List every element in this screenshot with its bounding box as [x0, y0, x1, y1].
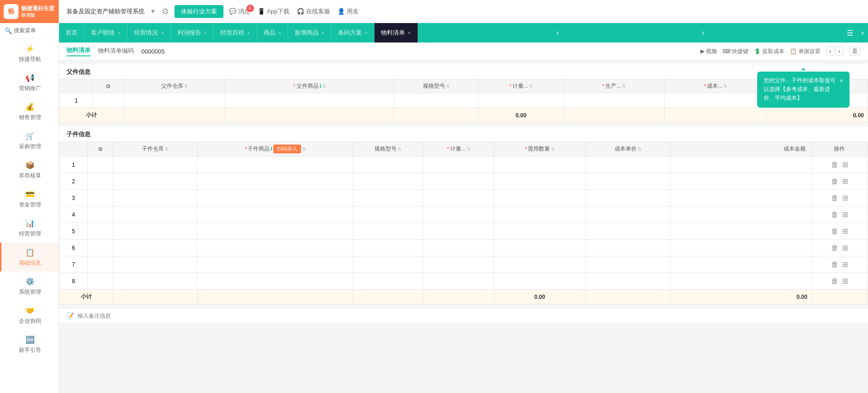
child-row-1-unit-cost[interactable] — [585, 157, 670, 173]
copy-row-8-button[interactable]: ⊞ — [841, 276, 849, 286]
copy-row-6-button[interactable]: ⊞ — [841, 242, 849, 253]
notes-input[interactable] — [78, 313, 861, 319]
dropdown-arrow[interactable]: ▼ — [150, 8, 156, 15]
parent-row-unit[interactable] — [479, 93, 563, 108]
tab-bom[interactable]: 物料清单 × — [374, 23, 417, 42]
sidebar-item-operation[interactable]: 📊 经营管理 — [0, 213, 59, 242]
tab-goods[interactable]: 商品 × — [257, 23, 288, 42]
parent-row-cost[interactable] — [665, 93, 766, 108]
child-row-1-qty[interactable] — [494, 157, 586, 173]
parent-row-spec[interactable] — [394, 93, 479, 108]
tab-operation-status-close[interactable]: × — [161, 30, 163, 36]
extract-cost-button[interactable]: 💲 提取成本 — [754, 48, 784, 55]
next-arrow[interactable]: › — [835, 47, 844, 56]
copy-row-3-button[interactable]: ⊞ — [841, 193, 849, 203]
single-settings-button[interactable]: 📋 单据设置 — [790, 48, 820, 55]
video-button[interactable]: ▶ 视频 — [700, 48, 717, 55]
parent-col-spec[interactable]: 规格型号 ⇅ — [394, 79, 479, 93]
shortcut-button[interactable]: ⌨ 快捷键 — [723, 48, 748, 55]
sidebar-item-label: 营销推广 — [19, 85, 41, 92]
search-menu[interactable]: 🔍 搜索菜单 — [0, 23, 59, 39]
message-badge: 6 — [247, 5, 254, 12]
goods-sort[interactable]: * 父件商品 ℹ ⇅ — [293, 82, 326, 90]
delete-row-6-button[interactable]: 🗑 — [830, 242, 839, 253]
tab-customer[interactable]: 客户联络 × — [84, 23, 127, 42]
child-row-1-warehouse[interactable] — [113, 157, 198, 173]
tab-profit-close[interactable]: × — [204, 30, 207, 36]
sidebar-item-inventory[interactable]: 📦 库存核算 — [0, 155, 59, 184]
tab-history-close[interactable]: × — [247, 30, 250, 36]
tab-scroll-left[interactable]: ‹ — [553, 29, 563, 37]
tab-goods-close[interactable]: × — [278, 30, 281, 36]
finance-icon: 💳 — [25, 189, 35, 199]
nav-list: ⚡ 快捷导航 📢 营销推广 💰 销售管理 🛒 采购管理 📦 库存核算 💳 资金管… — [0, 39, 59, 359]
sidebar-item-finance[interactable]: 💳 资金管理 — [0, 184, 59, 213]
notes-icon: 📝 — [66, 312, 74, 319]
sidebar-item-purchase[interactable]: 🛒 采购管理 — [0, 126, 59, 155]
tab-barcode-close[interactable]: × — [365, 30, 368, 36]
parent-col-warehouse[interactable]: 父件仓库 ⇅ — [124, 79, 225, 93]
sidebar-item-marketing[interactable]: 📢 营销推广 — [0, 68, 59, 97]
delete-row-3-button[interactable]: 🗑 — [830, 193, 839, 203]
grid-view-button[interactable]: ☰ — [849, 47, 861, 56]
tab-bom-close[interactable]: × — [408, 30, 410, 36]
parent-row-production[interactable] — [563, 93, 665, 108]
child-col-qty[interactable]: *需用数量 ⇅ — [494, 142, 586, 157]
warehouse-sort[interactable]: 父件仓库 ⇅ — [161, 82, 188, 90]
sidebar-item-quick-nav[interactable]: ⚡ 快捷导航 — [0, 39, 59, 68]
parent-col-goods[interactable]: * 父件商品 ℹ ⇅ — [225, 79, 394, 93]
delete-row-2-button[interactable]: 🗑 — [830, 176, 839, 187]
parent-row-goods[interactable] — [225, 93, 394, 108]
parent-row-warehouse[interactable] — [124, 93, 225, 108]
child-row-1-goods[interactable] — [198, 157, 353, 173]
parent-col-production[interactable]: *生产... ⇅ — [563, 79, 665, 93]
copy-row-1-button[interactable]: ⊞ — [841, 159, 849, 170]
sidebar-item-enterprise[interactable]: 🤝 企业协同 — [0, 301, 59, 330]
scan-button[interactable]: 扫码录入 — [273, 145, 301, 153]
tab-home[interactable]: 首页 — [59, 23, 84, 42]
sidebar-item-basic[interactable]: 📋 基础信息 — [0, 242, 59, 272]
copy-row-2-button[interactable]: ⊞ — [841, 176, 849, 187]
sub-tab-bom[interactable]: 物料清单 — [66, 46, 90, 56]
tooltip-close-button[interactable]: × — [839, 76, 843, 86]
sidebar-item-guide[interactable]: 🆕 新手引导 — [0, 330, 59, 359]
prev-arrow[interactable]: ‹ — [826, 47, 834, 56]
tab-operation-status[interactable]: 经营情况 × — [127, 23, 170, 42]
sidebar-item-system[interactable]: ⚙️ 系统管理 — [0, 272, 59, 301]
user-button[interactable]: 👤 用友 — [338, 7, 359, 16]
delete-row-1-button[interactable]: 🗑 — [830, 159, 839, 170]
tab-new-goods-close[interactable]: × — [321, 30, 324, 36]
tab-new-goods[interactable]: 新增商品 × — [288, 23, 331, 42]
tab-barcode[interactable]: 条码方案 × — [332, 23, 374, 42]
child-col-unit[interactable]: *计量... ⇅ — [423, 142, 494, 157]
delete-row-8-button[interactable]: 🗑 — [830, 276, 839, 286]
child-col-spec[interactable]: 规格型号 ⇅ — [353, 142, 423, 157]
delete-row-5-button[interactable]: 🗑 — [830, 226, 839, 236]
copy-row-4-button[interactable]: ⊞ — [841, 209, 849, 220]
tab-profit[interactable]: 利润报告 × — [171, 23, 214, 42]
app-download-button[interactable]: 📱 App下载 — [258, 7, 289, 16]
settings-button[interactable]: ⚙ — [162, 6, 169, 17]
parent-col-unit[interactable]: *计量... ⇅ — [479, 79, 563, 93]
tab-close-all[interactable]: × — [857, 30, 868, 36]
message-button[interactable]: 💬 消息 6 — [229, 7, 250, 16]
child-col-warehouse[interactable]: 子件仓库 ⇅ — [113, 142, 198, 157]
tab-scroll-right[interactable]: › — [698, 29, 708, 37]
copy-row-5-button[interactable]: ⊞ — [841, 226, 849, 236]
delete-row-4-button[interactable]: 🗑 — [830, 209, 839, 220]
child-row-1-unit[interactable] — [423, 157, 494, 173]
parent-col-cost[interactable]: *成本... ⇅ — [665, 79, 766, 93]
tab-customer-close[interactable]: × — [118, 30, 121, 36]
trial-button[interactable]: 体验行业方案 — [175, 5, 223, 18]
tab-history[interactable]: 经营历程 × — [214, 23, 257, 42]
delete-row-7-button[interactable]: 🗑 — [830, 259, 839, 270]
sub-tab-code[interactable]: 物料清单编码 — [98, 47, 134, 56]
child-col-settings: ⚙ — [88, 142, 113, 157]
child-row-1-spec[interactable] — [353, 157, 423, 173]
child-col-unit-cost[interactable]: 成本单价 ⇅ — [585, 142, 670, 157]
child-col-goods[interactable]: *子件商品 ℹ 扫码录入 ⇅ — [198, 142, 353, 157]
copy-row-7-button[interactable]: ⊞ — [841, 259, 849, 270]
tab-menu-icon[interactable]: ☰ — [843, 29, 857, 37]
sidebar-item-sales[interactable]: 💰 销售管理 — [0, 97, 59, 126]
online-service-button[interactable]: 🎧 在线客服 — [297, 7, 330, 16]
